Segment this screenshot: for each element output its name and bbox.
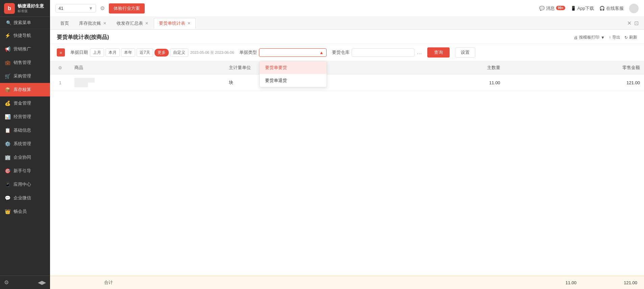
refresh-btn[interactable]: ↻ 刷新 (624, 35, 637, 40)
messages-btn[interactable]: 💬 消息 99+ (539, 5, 565, 12)
print-dropdown-icon: ▼ (601, 35, 605, 40)
message-badge: 99+ (556, 6, 565, 10)
main-area: 41 ▼ ⚙ 体验行业方案 💬 消息 99+ 📱 App下载 🎧 在线客服 (50, 0, 644, 289)
sidebar-item-quicknav[interactable]: ⚡ 快捷导航 (0, 29, 50, 42)
app-version: 标准版 (18, 9, 44, 13)
tab-restore-icon[interactable]: ⊡ (634, 20, 639, 26)
date-filter-group: 单据日期 上月 本月 本年 近7天 更多 自定义 2023-05-06 至 20… (70, 48, 234, 57)
table-wrapper: ⚙ 商品 主计量单位 主数量 零售金额 1 (50, 61, 644, 276)
content-header: 要货单统计表(按商品) 🖨 按模板打印 ▼ ↑ 导出 ↻ 刷新 (50, 30, 644, 44)
sidebar-nav: ⚡ 快捷导航 📢 营销推广 💼 销售管理 🛒 采购管理 📦 库存核算 💰 资金管… (0, 29, 50, 275)
dropdown-item-order-return[interactable]: 要货单退货 (260, 74, 327, 87)
dropdown-item-order-goods[interactable]: 要货单要货 (260, 61, 327, 74)
sidebar-item-apps[interactable]: 📱 应用中心 (0, 178, 50, 191)
type-filter-label: 单据类型 (239, 49, 257, 55)
enterprise-icon: 🏢 (4, 154, 11, 161)
sidebar-item-member[interactable]: 👑 畅会员 (0, 205, 50, 218)
sidebar-item-basic[interactable]: 📋 基础信息 (0, 124, 50, 137)
export-icon: ↑ (609, 35, 611, 40)
app-download-btn[interactable]: 📱 App下载 (571, 5, 594, 12)
sales-icon: 💼 (4, 59, 11, 66)
type-filter-select[interactable]: ▲ 要货单要货 要货单退货 (259, 48, 327, 57)
apps-icon: 📱 (4, 181, 11, 188)
warehouse-filter-input[interactable] (352, 48, 414, 57)
sidebar-item-enterprise[interactable]: 🏢 企业协同 (0, 151, 50, 164)
finance-icon: 💰 (4, 100, 11, 107)
content-area: 要货单统计表(按商品) 🖨 按模板打印 ▼ ↑ 导出 ↻ 刷新 » (50, 30, 644, 289)
date-last-7[interactable]: 近7天 (137, 48, 153, 57)
tab-inventory-close[interactable]: ✕ (103, 21, 106, 26)
purchase-icon: 🛒 (4, 73, 11, 80)
type-select-arrow-icon: ▲ (319, 50, 324, 55)
app-logo: b 畅捷通好生意 标准版 (0, 0, 50, 17)
quicknav-icon: ⚡ (4, 32, 11, 39)
tab-order-stats[interactable]: 要货单统计表 ✕ (154, 18, 196, 29)
warehouse-more-icon[interactable]: … (416, 49, 422, 55)
sidebar-item-guide[interactable]: 🎯 新手引导 (0, 164, 50, 178)
date-prev-month[interactable]: 上月 (90, 48, 104, 57)
filter-bar: » 单据日期 上月 本月 本年 近7天 更多 自定义 2023-05-06 至 … (50, 44, 644, 61)
tab-inventory[interactable]: 库存批次账 ✕ (74, 18, 111, 28)
date-this-year[interactable]: 本年 (121, 48, 135, 57)
sidebar-item-system[interactable]: ⚙️ 系统管理 (0, 137, 50, 151)
topbar: 41 ▼ ⚙ 体验行业方案 💬 消息 99+ 📱 App下载 🎧 在线客服 (50, 0, 644, 17)
warehouse-filter-group: 要货仓库 … (332, 48, 422, 57)
col-amount: 零售金额 (504, 61, 644, 74)
sidebar-search[interactable]: 🔍 搜索菜单 (0, 17, 50, 29)
row-index: 1 (50, 74, 70, 91)
tab-receipts[interactable]: 收发存汇总表 ✕ (112, 18, 153, 28)
footer-total-label: 合计 (104, 280, 113, 286)
sidebar-item-inventory[interactable]: 📦 库存核算 (0, 83, 50, 96)
sidebar-footer: ⚙ ◀▶ (0, 275, 50, 289)
print-btn[interactable]: 🖨 按模板打印 ▼ (574, 35, 605, 40)
sidebar-item-wechat[interactable]: 💬 企业微信 (0, 191, 50, 205)
row-amount: 121.00 (504, 74, 644, 91)
sidebar-item-purchase[interactable]: 🛒 采购管理 (0, 69, 50, 83)
sidebar-item-operations[interactable]: 📊 经营管理 (0, 110, 50, 124)
service-icon: 🎧 (599, 6, 605, 11)
member-icon: 👑 (4, 208, 11, 215)
topbar-settings-icon[interactable]: ⚙ (100, 5, 105, 12)
inventory-icon: 📦 (4, 86, 11, 93)
table-row: 1 块 11.00 121.00 (50, 74, 644, 91)
sidebar: b 畅捷通好生意 标准版 🔍 搜索菜单 ⚡ 快捷导航 📢 营销推广 💼 销售管理… (0, 0, 50, 289)
date-this-month[interactable]: 本月 (105, 48, 120, 57)
guide-icon: 🎯 (4, 168, 11, 174)
trial-button[interactable]: 体验行业方案 (109, 3, 145, 14)
tabs-bar: 首页 库存批次账 ✕ 收发存汇总表 ✕ 要货单统计表 ✕ ✕ ⊡ (50, 17, 644, 30)
logo-icon: b (4, 3, 15, 14)
table-footer: 合计 11.00 121.00 (50, 276, 644, 289)
export-btn[interactable]: ↑ 导出 (609, 35, 620, 40)
filter-expand-btn[interactable]: » (57, 48, 65, 57)
sidebar-item-finance[interactable]: 💰 资金管理 (0, 96, 50, 110)
table-settings-icon[interactable]: ⚙ (58, 65, 62, 70)
sidebar-item-sales[interactable]: 💼 销售管理 (0, 56, 50, 69)
tab-order-stats-close[interactable]: ✕ (187, 21, 191, 26)
tab-home[interactable]: 首页 (55, 18, 74, 28)
tab-receipts-close[interactable]: ✕ (145, 21, 148, 26)
type-filter-group: 单据类型 ▲ 要货单要货 要货单退货 (239, 48, 327, 57)
settings-button[interactable]: 设置 (455, 47, 475, 58)
download-icon: 📱 (571, 6, 576, 11)
message-icon: 💬 (539, 6, 545, 11)
footer-total-amount: 121.00 (624, 280, 637, 285)
date-more[interactable]: 更多 (154, 49, 169, 57)
footer-total-quantity: 11.00 (566, 280, 577, 285)
refresh-icon: ↻ (624, 35, 628, 40)
settings-footer-icon[interactable]: ⚙ (4, 279, 9, 286)
query-button[interactable]: 查询 (427, 47, 450, 58)
row-quantity: 11.00 (388, 74, 504, 91)
date-shortcuts: 上月 本月 本年 近7天 更多 自定义 (90, 48, 188, 57)
sidebar-item-marketing[interactable]: 📢 营销推广 (0, 42, 50, 56)
date-range-display: 2023-05-06 至 2023-06-06 (190, 50, 234, 55)
company-selector[interactable]: 41 ▼ (55, 4, 96, 13)
collapse-icon[interactable]: ◀▶ (38, 279, 46, 286)
type-dropdown: 要货单要货 要货单退货 (259, 61, 327, 87)
row-product (70, 74, 225, 91)
date-filter-label: 单据日期 (70, 49, 88, 55)
user-avatar[interactable] (629, 4, 639, 13)
online-service-btn[interactable]: 🎧 在线客服 (599, 5, 624, 12)
search-icon: 🔍 (6, 20, 11, 25)
date-custom[interactable]: 自定义 (170, 48, 188, 57)
tab-close-all-icon[interactable]: ✕ (627, 20, 631, 26)
